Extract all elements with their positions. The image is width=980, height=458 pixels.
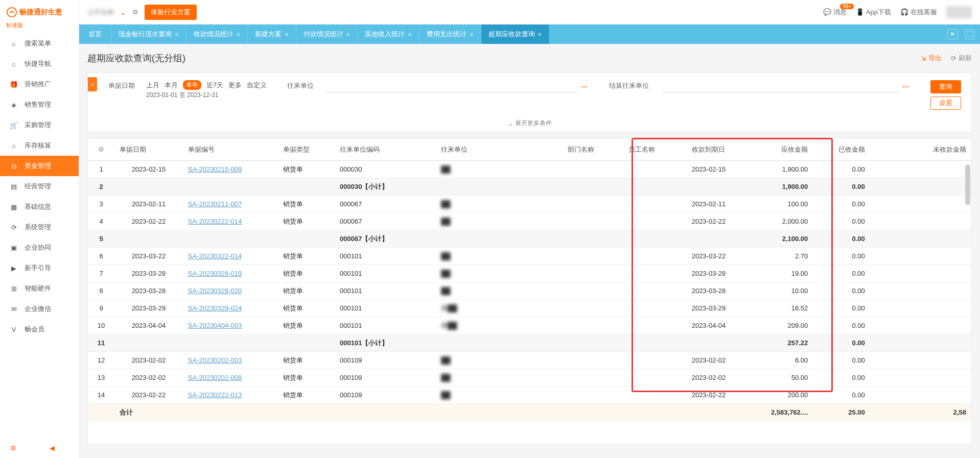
unit-input[interactable] — [325, 80, 577, 92]
col-header-date[interactable]: 单据日期 — [114, 138, 183, 161]
date-preset-4[interactable]: 更多 — [228, 81, 242, 90]
gear-icon[interactable]: ⚙ — [132, 8, 138, 16]
sidebar-item-8[interactable]: ▦基础信息 — [0, 197, 79, 217]
collapse-sidebar-icon[interactable]: ◀ — [48, 444, 56, 452]
cell-docno[interactable]: SA-20230222-014 — [183, 213, 278, 230]
tab-3[interactable]: 新建方案× — [248, 25, 296, 44]
collapse-filter-icon[interactable]: » — [88, 77, 97, 91]
tab-close-icon[interactable]: × — [237, 31, 241, 38]
table-row[interactable]: 12 2023-02-02 SA-20230202-003 销货单 000109… — [88, 352, 971, 369]
cell-docno[interactable]: SA-20230222-013 — [183, 387, 278, 404]
cell-recv: 200.00 — [750, 387, 813, 404]
close-tab-icon[interactable]: ✕ — [947, 29, 958, 39]
table-row[interactable]: 8 2023-03-28 SA-20230328-020 销货单 000101 … — [88, 282, 971, 300]
fullscreen-icon[interactable]: ⛶ — [965, 29, 975, 39]
date-preset-0[interactable]: 上月 — [146, 81, 159, 90]
table-row[interactable]: 10 2023-04-04 SA-20230404-003 销货单 000101… — [88, 317, 971, 334]
table-row[interactable]: 14 2023-02-22 SA-20230222-013 销货单 000109… — [88, 387, 971, 404]
tab-close-icon[interactable]: × — [408, 31, 412, 38]
tab-5[interactable]: 其他收入统计× — [358, 25, 419, 44]
refresh-button[interactable]: ⟳ 刷新 — [951, 54, 972, 63]
company-name: 公司名称 — [87, 8, 114, 17]
settle-unit-input[interactable] — [661, 80, 899, 92]
sidebar-item-9[interactable]: ⟳系统管理 — [0, 217, 79, 237]
table-row[interactable]: 4 2023-02-22 SA-20230222-014 销货单 000067 … — [88, 213, 971, 230]
col-header-type[interactable]: 单据类型 — [278, 138, 335, 161]
tab-4[interactable]: 付款情况统计× — [296, 25, 358, 44]
scrollbar[interactable] — [965, 164, 970, 205]
sidebar-item-label: 畅会员 — [25, 325, 44, 334]
cell-docno[interactable]: SA-20230322-014 — [183, 248, 278, 265]
tab-close-icon[interactable]: × — [346, 31, 351, 38]
settings-icon[interactable]: ⚙ — [9, 444, 17, 452]
table-row[interactable]: 13 2023-02-02 SA-20230202-008 销货单 000109… — [88, 369, 971, 387]
sidebar-item-7[interactable]: ▤经营管理 — [0, 176, 79, 197]
tab-close-icon[interactable]: × — [538, 31, 542, 38]
table-row[interactable]: 1 2023-02-15 SA-20230215-009 销货单 000030 … — [88, 161, 971, 178]
try-solution-button[interactable]: 体验行业方案 — [145, 5, 197, 20]
cell-docno[interactable]: SA-20230329-024 — [183, 300, 278, 317]
app-download-link[interactable]: 📱 App下载 — [856, 8, 891, 17]
tab-close-icon[interactable]: × — [470, 31, 474, 38]
col-header-dept[interactable]: 部门名称 — [563, 138, 623, 161]
date-preset-1[interactable]: 本月 — [165, 81, 178, 90]
expand-filters-button[interactable]: ⌄ 展开更多条件 — [88, 117, 971, 132]
table-row[interactable]: 2 000030【小计】 1,900.00 0.00 — [88, 178, 971, 196]
online-service-link[interactable]: 🎧 在线客服 — [900, 8, 937, 17]
date-preset-2[interactable]: 本年 — [183, 80, 201, 90]
date-preset-5[interactable]: 自定义 — [247, 81, 267, 90]
table-row[interactable]: 3 2023-02-11 SA-20230211-007 销货单 000067 … — [88, 196, 971, 213]
chevron-down-icon[interactable]: ⌄ — [120, 8, 126, 16]
col-header-recv[interactable]: 应收金额 — [750, 138, 813, 161]
col-header-paid[interactable]: 已收金额 — [813, 138, 870, 161]
cell-duedate: 2023-02-22 — [667, 213, 750, 230]
settle-unit-picker-icon[interactable]: ⋯ — [902, 83, 910, 90]
table-row[interactable]: 6 2023-03-22 SA-20230322-014 销货单 000101 … — [88, 248, 971, 265]
cell-docno[interactable]: SA-20230202-003 — [183, 352, 278, 369]
avatar[interactable] — [946, 6, 972, 18]
cell-docno[interactable]: SA-20230202-008 — [183, 369, 278, 387]
tab-close-icon[interactable]: × — [175, 31, 179, 38]
sidebar-item-6[interactable]: ⊙资金管理 — [0, 156, 79, 176]
sidebar-item-5[interactable]: ⌂库存核算 — [0, 135, 79, 156]
col-header-emp[interactable]: 员工名称 — [623, 138, 668, 161]
sidebar-item-4[interactable]: 🛒采购管理 — [0, 115, 79, 135]
col-header-docno[interactable]: 单据编号 — [183, 138, 278, 161]
table-row[interactable]: 5 000067【小计】 2,100.00 0.00 — [88, 230, 971, 248]
table-row[interactable]: 7 2023-03-28 SA-20230328-019 销货单 000101 … — [88, 265, 971, 282]
cell-docno[interactable]: SA-20230328-020 — [183, 282, 278, 300]
table-row[interactable]: 11 000101【小计】 257.22 0.00 — [88, 334, 971, 352]
export-button[interactable]: ⇲ 导出 — [921, 54, 942, 63]
cell-docno[interactable]: SA-20230211-007 — [183, 196, 278, 213]
col-header-duedate[interactable]: 收款到期日 — [667, 138, 750, 161]
tab-0[interactable]: 首页 — [79, 25, 111, 44]
cell-docno[interactable]: SA-20230328-019 — [183, 265, 278, 282]
unit-picker-icon[interactable]: ⋯ — [581, 83, 589, 90]
sidebar-item-14[interactable]: V畅会员 — [0, 319, 79, 340]
tab-7[interactable]: 超期应收款查询× — [481, 25, 550, 44]
sidebar-item-10[interactable]: ▣企业协同 — [0, 237, 79, 258]
tab-1[interactable]: 现金银行流水查询× — [111, 25, 186, 44]
message-link[interactable]: 💬 消息 99+ — [823, 8, 847, 17]
cell-docno[interactable]: SA-20230404-003 — [183, 317, 278, 334]
filter-setting-button[interactable]: 设置 — [930, 97, 961, 110]
col-header-unit[interactable]: 往来单位 — [436, 138, 563, 161]
sidebar-item-2[interactable]: 🎁营销推广 — [0, 74, 79, 94]
tab-6[interactable]: 费用支出统计× — [419, 25, 481, 44]
date-preset-3[interactable]: 近7天 — [206, 81, 223, 90]
col-header-unpaid[interactable]: 未收款金额 — [908, 138, 971, 161]
query-button[interactable]: 查询 — [930, 80, 961, 93]
sidebar-item-12[interactable]: ⊞智能硬件 — [0, 278, 79, 299]
col-header-code[interactable]: 往来单位编码 — [335, 138, 436, 161]
tab-close-icon[interactable]: × — [285, 31, 289, 38]
sidebar-item-13[interactable]: ✉企业微信 — [0, 299, 79, 319]
tab-2[interactable]: 收款情况统计× — [186, 25, 248, 44]
table-settings-icon[interactable]: ⚙ — [88, 138, 114, 161]
sidebar-item-3[interactable]: ◈销售管理 — [0, 94, 79, 115]
sidebar-item-0[interactable]: ⌕搜索菜单 — [0, 33, 79, 54]
table-row[interactable]: 9 2023-03-29 SA-20230329-024 销货单 000101 … — [88, 300, 971, 317]
cell-docno[interactable]: SA-20230215-009 — [183, 161, 278, 178]
cell-date: 2023-02-11 — [114, 196, 183, 213]
sidebar-item-1[interactable]: ⌂快捷导航 — [0, 54, 79, 74]
sidebar-item-11[interactable]: ▶新手引导 — [0, 258, 79, 278]
